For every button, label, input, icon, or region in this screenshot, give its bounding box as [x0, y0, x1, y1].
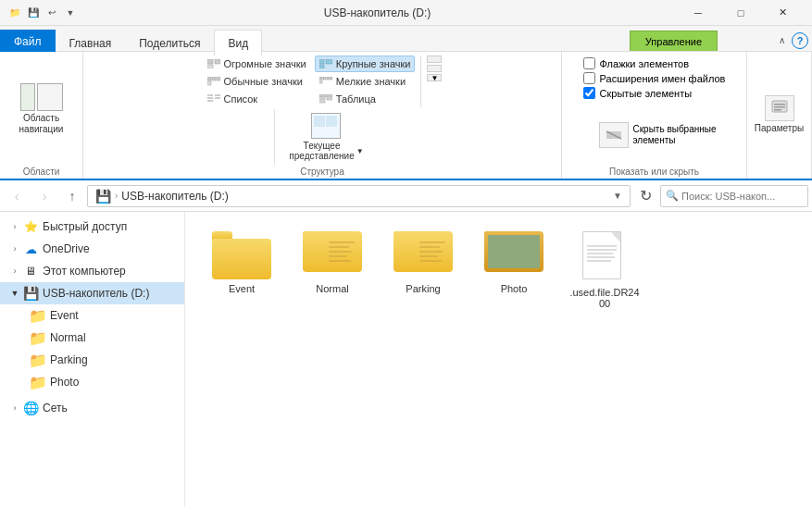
maximize-button[interactable]: □ — [719, 0, 762, 26]
icon-view-options-2: Крупные значки Мелкие значки Таблица — [315, 56, 416, 107]
flags-checkbox[interactable]: Флажки элементов — [583, 57, 689, 69]
extensions-checkbox-input[interactable] — [583, 72, 595, 84]
hide-selected-btn[interactable]: Скрыть выбранныеэлементы — [592, 122, 716, 148]
search-icon: 🔍 — [666, 190, 679, 202]
quick-access-icon: ⭐ — [22, 218, 39, 235]
normal-icons-icon — [207, 77, 220, 86]
sidebar-item-onedrive[interactable]: › ☁ OneDrive — [0, 238, 184, 260]
ribbon-collapse-btn[interactable]: ∧ — [773, 32, 790, 49]
divider — [420, 56, 421, 107]
file-item-parking[interactable]: Parking — [381, 227, 465, 314]
list-icon — [207, 94, 220, 104]
normal-icons-btn[interactable]: Обычные значки — [203, 73, 311, 90]
refresh-button[interactable]: ↻ — [632, 183, 658, 209]
file-item-event[interactable]: Event — [200, 227, 283, 314]
sidebar-item-normal[interactable]: › 📁 Normal — [0, 327, 184, 349]
svg-rect-11 — [215, 97, 220, 99]
address-bar[interactable]: 💾 › USB-накопитель (D:) ▼ — [87, 185, 631, 207]
ribbon-content: Областьнавигации Области Огромные значки… — [0, 52, 812, 180]
parameters-button[interactable]: Параметры — [748, 92, 810, 137]
title-bar: 📁 💾 ↩ ▼ USB-накопитель (D:) ─ □ ✕ — [0, 0, 812, 26]
svg-rect-23 — [319, 101, 325, 103]
undo-icon[interactable]: ↩ — [44, 6, 59, 20]
hide-icon — [605, 126, 623, 144]
sidebar-item-quick-access[interactable]: › ⭐ Быстрый доступ — [0, 216, 184, 238]
quick-save-icon[interactable]: 💾 — [26, 6, 41, 20]
ribbon-group-layout: Огромные значки Обычные значки Список Кр… — [83, 52, 562, 179]
sidebar-item-parking[interactable]: › 📁 Parking — [0, 349, 184, 371]
sidebar-item-network[interactable]: › 🌐 Сеть — [0, 397, 184, 419]
svg-rect-0 — [207, 59, 213, 64]
list-btn[interactable]: Список — [203, 91, 311, 107]
svg-rect-9 — [207, 100, 213, 102]
expand-photo[interactable]: › — [15, 375, 30, 390]
hide-selected-icon — [599, 122, 629, 148]
huge-icons-btn[interactable]: Огромные значки — [203, 56, 311, 72]
quick-access-dropdown[interactable]: ▼ — [63, 6, 78, 20]
forward-button[interactable]: › — [31, 183, 57, 209]
svg-rect-6 — [207, 81, 211, 85]
expand-usb[interactable]: ▼ — [7, 286, 22, 301]
small-icons-btn[interactable]: Мелкие значки — [315, 73, 416, 90]
event-folder-icon: 📁 — [30, 307, 46, 324]
path-arrow: › — [115, 191, 118, 201]
search-input[interactable] — [660, 185, 808, 207]
normal-folder-name: Normal — [316, 283, 348, 294]
svg-rect-5 — [217, 77, 220, 80]
current-view-button[interactable]: Текущеепредставление ▼ — [282, 109, 369, 165]
path-label: USB-накопитель (D:) — [121, 190, 228, 203]
network-icon: 🌐 — [22, 400, 39, 416]
up-button[interactable]: ↑ — [59, 183, 85, 209]
onedrive-icon: ☁ — [22, 241, 39, 257]
help-button[interactable]: ? — [792, 32, 808, 49]
expand-onedrive[interactable]: › — [7, 241, 22, 256]
svg-rect-12 — [319, 59, 324, 64]
tab-view[interactable]: Вид — [214, 30, 262, 56]
photo-folder-name: Photo — [501, 283, 528, 294]
view-more-btn[interactable]: ▼ — [427, 56, 442, 81]
large-icons-icon — [319, 59, 332, 68]
parking-folder-name: Parking — [406, 283, 440, 294]
small-icons-icon — [319, 77, 332, 86]
expand-event[interactable]: › — [15, 308, 30, 323]
flags-checkbox-input[interactable] — [583, 57, 595, 69]
back-button[interactable]: ‹ — [4, 183, 30, 209]
file-item-normal[interactable]: Normal — [291, 227, 374, 314]
ribbon-tabs: Файл Главная Поделиться Вид Управление ∧… — [0, 26, 812, 52]
current-view-group: Текущеепредставление ▼ — [274, 109, 369, 165]
used-file-thumb — [582, 231, 627, 283]
svg-rect-3 — [207, 77, 211, 80]
svg-rect-28 — [774, 106, 785, 108]
hidden-items-checkbox[interactable]: Скрытые элементы — [583, 87, 693, 99]
expand-quick-access[interactable]: › — [7, 219, 22, 234]
tab-manage[interactable]: Управление — [630, 31, 718, 51]
minimize-button[interactable]: ─ — [677, 0, 719, 26]
svg-rect-7 — [207, 94, 213, 96]
close-button[interactable]: ✕ — [762, 0, 805, 26]
extensions-checkbox[interactable]: Расширения имен файлов — [583, 72, 726, 84]
file-item-used-file[interactable]: .used.file.DR2400 — [563, 227, 646, 314]
normal-folder-icon: 📁 — [30, 329, 46, 346]
photo-folder-icon: 📁 — [30, 374, 46, 390]
expand-network[interactable]: › — [7, 401, 22, 415]
expand-normal[interactable]: › — [15, 330, 30, 345]
hidden-items-checkbox-input[interactable] — [583, 87, 595, 99]
expand-this-pc[interactable]: › — [7, 264, 22, 278]
sidebar-item-usb[interactable]: ▼ 💾 USB-накопитель (D:) — [0, 282, 184, 304]
nav-panel-button[interactable]: Областьнавигации — [9, 80, 74, 139]
file-item-photo[interactable]: Photo — [472, 227, 556, 314]
more-views-dropdown: ▼ — [427, 56, 442, 81]
sidebar-item-photo[interactable]: › 📁 Photo — [0, 371, 184, 393]
panels-group-label: Области — [23, 165, 60, 177]
path-drive-icon: 💾 — [95, 189, 111, 204]
window-controls: ─ □ ✕ — [677, 0, 805, 26]
table-btn[interactable]: Таблица — [315, 91, 416, 107]
tab-file[interactable]: Файл — [0, 30, 56, 52]
expand-parking[interactable]: › — [15, 352, 30, 367]
large-icons-btn[interactable]: Крупные значки — [315, 56, 416, 72]
svg-rect-15 — [319, 77, 322, 80]
ribbon-group-show-hide: Флажки элементов Расширения имен файлов … — [562, 52, 747, 179]
sidebar-item-this-pc[interactable]: › 🖥 Этот компьютер — [0, 260, 184, 282]
address-dropdown-arrow[interactable]: ▼ — [613, 191, 622, 201]
sidebar-item-event[interactable]: › 📁 Event — [0, 304, 184, 327]
